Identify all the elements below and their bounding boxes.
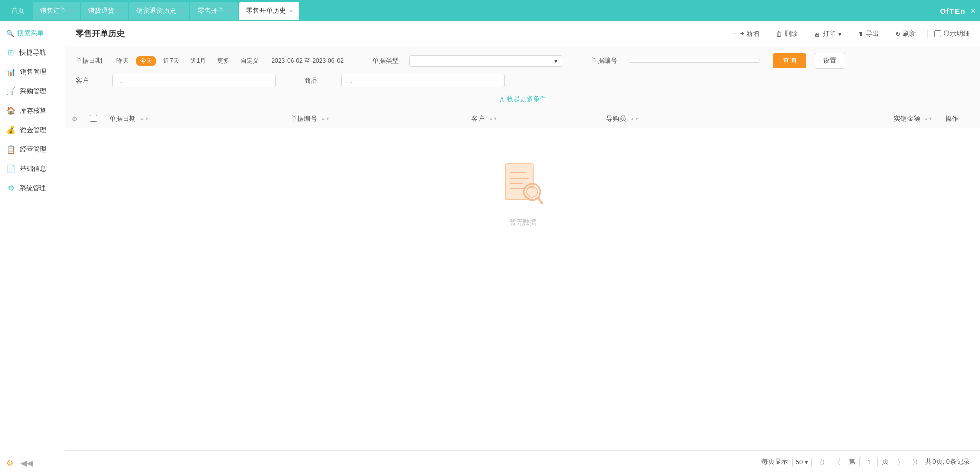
customer-ellipsis[interactable]: ... (117, 76, 124, 85)
filter-area: 单据日期 昨天 今天 近7天 近1月 更多 自定义 2023-06-02 至 2… (65, 46, 980, 110)
th-customer[interactable]: 客户 ▲▼ (465, 110, 600, 128)
th-doc-date[interactable]: 单据日期 ▲▼ (103, 110, 284, 128)
svg-line-7 (538, 197, 542, 203)
date-range-display: 2023-06-02 至 2023-06-02 (271, 57, 343, 65)
doc-date-sort-icon[interactable]: ▲▼ (140, 117, 149, 122)
page-input[interactable] (859, 457, 878, 467)
tab-retail-open[interactable]: 零售开单 × (190, 2, 237, 20)
table-settings-icon[interactable]: ⚙ (71, 115, 78, 123)
query-button[interactable]: 查询 (773, 53, 806, 68)
customer-input[interactable]: ... (112, 74, 276, 87)
sidebar-item-sales-mgmt[interactable]: 📊 销售管理 (0, 62, 65, 82)
th-amount[interactable]: 实销金额 ▲▼ (758, 110, 939, 128)
delete-icon: 🗑 (776, 30, 782, 38)
data-table: ⚙ 单据日期 ▲▼ 单据编号 ▲▼ (65, 110, 980, 258)
tab-sales-return[interactable]: 销货退货 × (81, 2, 128, 20)
sidebar-item-quick-nav[interactable]: ⊞ 快捷导航 (0, 43, 65, 62)
first-page-button[interactable]: ⟨⟨ (816, 456, 828, 468)
customer-sort-icon[interactable]: ▲▼ (489, 117, 498, 122)
th-salesperson[interactable]: 导购员 ▲▼ (600, 110, 758, 128)
per-page-label: 每页显示 (761, 457, 788, 466)
settings-button[interactable]: 设置 (815, 53, 845, 69)
custom-btn[interactable]: 自定义 (236, 56, 263, 66)
toolbar: ＋ + 新增 🗑 删除 🖨 打印 ▾ ⬆ 导出 ↻ (727, 27, 970, 41)
table-area: ⚙ 单据日期 ▲▼ 单据编号 ▲▼ (65, 110, 980, 450)
collapse-up-icon: ∧ (499, 95, 505, 103)
sidebar-item-basic-info[interactable]: 📄 基础信息 (0, 159, 65, 179)
empty-text: 暂无数据 (510, 218, 536, 227)
tab-sales-order[interactable]: 销售订单 × (33, 2, 80, 20)
refresh-icon: ↻ (895, 30, 901, 38)
filter-row-1: 单据日期 昨天 今天 近7天 近1月 更多 自定义 2023-06-02 至 2… (76, 53, 970, 69)
tab-retail-open-history[interactable]: 零售开单历史 × (239, 2, 299, 20)
page-label: 第 (849, 457, 855, 466)
collapse-sidebar-icon[interactable]: ◀◀ (20, 458, 33, 468)
doc-type-select[interactable]: ▾ (409, 55, 562, 67)
today-btn[interactable]: 今天 (136, 56, 156, 66)
print-icon: 🖨 (814, 30, 821, 38)
inventory-icon: 🏠 (6, 106, 16, 115)
sidebar-item-purchase-mgmt[interactable]: 🛒 采购管理 (0, 82, 65, 101)
more-btn[interactable]: 更多 (213, 56, 233, 66)
search-icon: 🔍 (6, 30, 14, 37)
doc-no-label: 单据编号 (591, 56, 619, 65)
close-tab-retail-open-history[interactable]: × (289, 8, 292, 14)
window-close-button[interactable]: × (970, 6, 976, 16)
brand-name: OfTEn (940, 7, 965, 15)
close-tab-sales-order[interactable]: × (69, 8, 73, 14)
product-input[interactable]: ... (341, 74, 505, 87)
finance-icon: 💰 (6, 126, 16, 135)
sidebar-search[interactable]: 🔍 搜索采单 (0, 26, 65, 43)
settings-gear-icon[interactable]: ⚙ (6, 458, 13, 468)
sys-mgmt-icon: ⚙ (6, 184, 15, 193)
add-button[interactable]: ＋ + 新增 (727, 27, 764, 41)
last-page-button[interactable]: ⟩⟩ (909, 456, 921, 468)
per-page-select[interactable]: 50 ▾ (792, 457, 812, 467)
refresh-button[interactable]: ↻ 刷新 (890, 27, 921, 41)
quick-nav-icon: ⊞ (6, 48, 15, 57)
print-button[interactable]: 🖨 打印 ▾ (809, 27, 847, 41)
collapse-filter-button[interactable]: ∧ 收起更多条件 (76, 92, 970, 108)
per-page-dropdown-icon: ▾ (805, 458, 808, 466)
top-nav: 首页 销售订单 × 销货退货 × 销货退货历史 × 零售开单 × 零售开单历史 … (0, 0, 980, 21)
select-all-checkbox[interactable] (90, 115, 97, 122)
customer-label: 客户 (76, 76, 104, 85)
yesterday-btn[interactable]: 昨天 (112, 56, 133, 66)
prev-page-button[interactable]: ⟨ (832, 456, 845, 468)
product-ellipsis[interactable]: ... (346, 76, 352, 85)
sidebar-item-operations[interactable]: 📋 经营管理 (0, 140, 65, 159)
delete-button[interactable]: 🗑 删除 (771, 27, 803, 41)
doc-no-input[interactable] (628, 59, 760, 63)
sidebar-item-inventory[interactable]: 🏠 库存核算 (0, 101, 65, 120)
last1m-btn[interactable]: 近1月 (186, 56, 210, 66)
page-header: 零售开单历史 ＋ + 新增 🗑 删除 🖨 打印 ▾ ⬆ 导出 (65, 21, 980, 46)
export-button[interactable]: ⬆ 导出 (853, 27, 884, 41)
empty-illustration (497, 159, 548, 210)
close-tab-retail-open[interactable]: × (227, 8, 230, 14)
salesperson-sort-icon[interactable]: ▲▼ (630, 117, 639, 122)
doc-no-sort-icon[interactable]: ▲▼ (321, 117, 330, 122)
close-tab-sales-return-history[interactable]: × (179, 8, 182, 14)
last7-btn[interactable]: 近7天 (159, 56, 183, 66)
sidebar-item-finance[interactable]: 💰 资金管理 (0, 120, 65, 140)
table-header-row: ⚙ 单据日期 ▲▼ 单据编号 ▲▼ (65, 110, 980, 128)
th-doc-no[interactable]: 单据编号 ▲▼ (284, 110, 466, 128)
next-page-button[interactable]: ⟩ (893, 456, 905, 468)
tab-home[interactable]: 首页 (4, 2, 32, 20)
amount-sort-icon[interactable]: ▲▼ (924, 117, 933, 122)
add-icon: ＋ (732, 29, 738, 38)
show-detail-container: 显示明细 (934, 29, 970, 38)
content-area: 零售开单历史 ＋ + 新增 🗑 删除 🖨 打印 ▾ ⬆ 导出 (65, 21, 980, 473)
export-icon: ⬆ (858, 30, 864, 38)
tab-sales-return-history[interactable]: 销货退货历史 × (129, 2, 189, 20)
empty-state-row: 暂无数据 (65, 128, 980, 258)
close-tab-sales-return[interactable]: × (117, 8, 121, 14)
main-layout: 🔍 搜索采单 ⊞ 快捷导航 📊 销售管理 🛒 采购管理 🏠 库存核算 💰 资金管… (0, 21, 980, 473)
operations-icon: 📋 (6, 145, 16, 154)
th-checkbox (84, 110, 103, 128)
filter-row-2: 客户 ... 商品 ... (76, 74, 970, 87)
print-dropdown-icon: ▾ (838, 30, 842, 38)
sidebar-item-sys-mgmt[interactable]: ⚙ 系统管理 (0, 179, 65, 198)
show-detail-checkbox[interactable] (934, 30, 941, 37)
sidebar-bottom: ⚙ ◀◀ (0, 453, 65, 473)
